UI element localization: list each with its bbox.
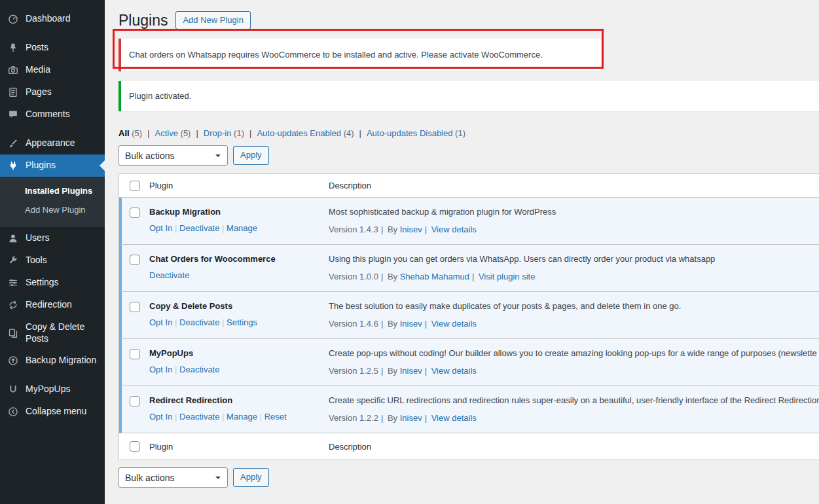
action-deactivate[interactable]: Deactivate [179,365,219,374]
action-deactivate[interactable]: Deactivate [179,317,227,327]
bulk-actions-select-bottom[interactable]: Bulk actions [118,467,228,488]
redirection-icon [7,299,20,311]
action-reset[interactable]: Reset [264,412,287,422]
sidebar-item-pages[interactable]: Pages [0,81,105,103]
plugin-name: Redirect Redirection [149,395,322,406]
sidebar-item-plugins[interactable]: Plugins [0,154,105,177]
media-icon [7,64,20,76]
sidebar-item-label: Media [26,64,50,76]
plugin-description: Most sophisticated backup & migration pl… [329,206,819,218]
sidebar-item-label: Copy & Delete Posts [26,321,101,344]
bulk-actions-select[interactable]: Bulk actions [118,145,228,166]
action-manage[interactable]: Manage [227,412,264,422]
filter-all[interactable]: All (5) [118,128,155,138]
sidebar-item-appearance[interactable]: Appearance [0,132,105,154]
sidebar-item-tools[interactable]: Tools [0,249,105,272]
plugins-submenu: Installed Plugins Add New Plugin [0,177,105,227]
view-details-link[interactable]: View details [422,319,477,329]
sidebar-item-copy-delete-posts[interactable]: Copy & Delete Posts [0,316,105,350]
sidebar-item-label: Collapse menu [26,406,86,418]
sidebar-item-label: Comments [26,109,70,120]
sidebar-item-label: Tools [26,255,47,266]
tools-icon [7,255,20,266]
sidebar-item-collapse-menu[interactable]: Collapse menu [0,401,105,423]
table-row: Backup Migration Opt InDeactivateManage … [119,198,819,245]
sidebar-item-users[interactable]: Users [0,227,105,249]
action-deactivate[interactable]: Deactivate [179,223,227,233]
sidebar-item-label: Plugins [26,160,56,171]
action-deactivate[interactable]: Deactivate [149,270,189,280]
sidebar-item-comments[interactable]: Comments [0,103,105,126]
plugin-name: Backup Migration [149,206,322,218]
plugin-version: Version 1.2.2 [329,413,378,423]
action-manage[interactable]: Manage [227,223,257,233]
settings-icon [7,277,20,289]
sidebar-item-label: Posts [26,42,48,54]
plugins-icon [7,160,20,171]
table-row: Chat Orders for Woocommerce Deactivate U… [119,245,819,292]
plugin-description: Create specific URL redirections and red… [329,395,819,406]
sidebar-item-label: Settings [26,277,59,289]
row-checkbox[interactable] [130,349,140,359]
plugin-description: The best solution to easily make duplica… [329,300,819,312]
sidebar-item-mypopups[interactable]: MyPopUps [0,378,105,401]
sidebar-item-posts[interactable]: Posts [0,37,105,59]
posts-icon [7,42,20,54]
action-opt-in[interactable]: Opt In [149,412,179,422]
plugin-byline: By Shehab Mahamud [378,272,469,281]
main-content: Plugins Add New Plugin Chat orders on Wh… [105,0,819,504]
add-new-plugin-button[interactable]: Add New Plugin [175,11,251,30]
visit-plugin-site-link[interactable]: Visit plugin site [469,272,535,281]
author-link[interactable]: Inisev [400,319,422,329]
sidebar-item-label: Backup Migration [26,355,96,367]
plugin-description: Using this plugin you can get orders via… [329,253,819,265]
action-settings[interactable]: Settings [227,317,257,327]
filter-active[interactable]: Active (5) [155,128,204,138]
row-checkbox[interactable] [130,255,140,265]
sidebar-item-settings[interactable]: Settings [0,272,105,294]
dashboard-icon [7,13,20,25]
apply-button[interactable]: Apply [233,146,269,165]
select-all-checkbox-bottom[interactable] [130,441,140,452]
filter-auto-updates-enabled[interactable]: Auto-updates Enabled (4) [257,128,367,138]
filter-drop-in[interactable]: Drop-in (1) [204,128,257,138]
sidebar-item-add-new-plugin[interactable]: Add New Plugin [0,200,105,219]
sidebar-item-installed-plugins[interactable]: Installed Plugins [0,181,105,200]
collapse-menu-icon [7,406,20,418]
action-opt-in[interactable]: Opt In [149,365,179,374]
view-details-link[interactable]: View details [422,413,477,423]
row-checkbox[interactable] [130,396,140,406]
sidebar-item-redirection[interactable]: Redirection [0,294,105,316]
filter-auto-updates-disabled[interactable]: Auto-updates Disabled (1) [367,128,465,138]
sidebar-item-media[interactable]: Media [0,59,105,81]
apply-button-bottom[interactable]: Apply [233,468,269,487]
column-header-description: Description [329,181,819,190]
action-opt-in[interactable]: Opt In [149,317,179,327]
plugin-name: MyPopUps [149,348,322,359]
author-link[interactable]: Inisev [400,366,422,376]
plugin-byline: By Inisev [378,319,422,329]
select-all-checkbox[interactable] [130,181,140,191]
author-link[interactable]: Shehab Mahamud [400,272,469,281]
woocommerce-warning-notice: Chat orders on Whatsapp requires WooComm… [118,39,601,71]
plugin-description: Create pop-ups without coding! Our build… [329,348,819,359]
plugin-status-filters: All (5) Active (5) Drop-in (1) Auto-upda… [118,128,819,138]
table-header-row: Plugin Description [119,174,819,198]
author-link[interactable]: Inisev [400,413,422,423]
action-opt-in[interactable]: Opt In [149,223,179,233]
users-icon [7,232,20,244]
sidebar-item-backup-migration[interactable]: Backup Migration [0,350,105,372]
plugin-version: Version 1.4.3 [329,225,378,234]
plugin-version: Version 1.2.5 [329,366,378,376]
row-checkbox[interactable] [130,207,140,218]
view-details-link[interactable]: View details [422,225,477,234]
warning-notice-text: Chat orders on Whatsapp requires WooComm… [129,49,593,61]
author-link[interactable]: Inisev [400,225,422,234]
sidebar-item-dashboard[interactable]: Dashboard [0,8,105,30]
page-title: Plugins [118,12,168,29]
action-deactivate[interactable]: Deactivate [179,412,227,422]
view-details-link[interactable]: View details [422,366,477,376]
row-checkbox[interactable] [130,302,140,312]
tablenav-top: Bulk actions Apply [118,145,819,166]
sidebar-item-label: MyPopUps [26,384,70,395]
